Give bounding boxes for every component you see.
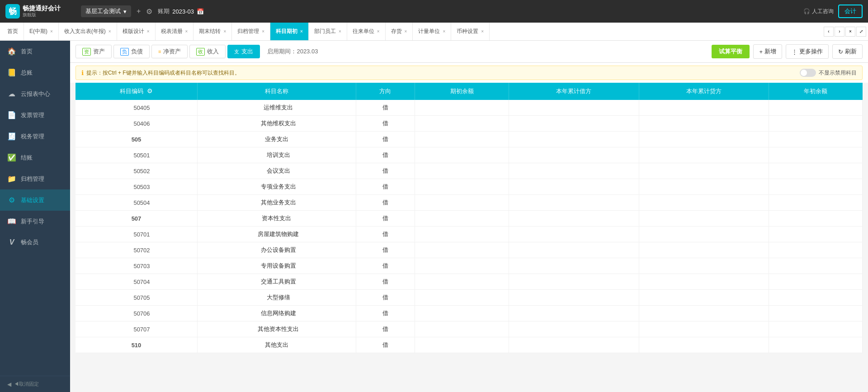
table-row[interactable]: 50704 交通工具购置 借 (75, 274, 863, 290)
col-ytd-credit: 本年累计贷方 (639, 83, 769, 100)
tab-expand-button[interactable]: ⤢ (856, 27, 866, 37)
table-row[interactable]: 50705 大型修缮 借 (75, 290, 863, 306)
tab-template[interactable]: 模版设计 × (117, 23, 156, 41)
settings-icon[interactable]: ⚙ (146, 7, 152, 16)
tab-close-icon[interactable]: × (223, 29, 226, 34)
table-row[interactable]: 50703 专用设备购置 借 (75, 258, 863, 274)
sub-tab-income[interactable]: 收 收入 (189, 45, 226, 58)
refresh-button[interactable]: ↻ 刷新 (832, 44, 863, 59)
cell-ytd-credit (639, 195, 769, 211)
sidebar-item-reports[interactable]: ☁ 云报表中心 (0, 83, 70, 104)
company-name: 基层工会测试 (85, 7, 121, 15)
cell-ytd-debit (509, 147, 639, 163)
sidebar-collapse[interactable]: ◀ ◀取消固定 (0, 376, 70, 392)
tab-close-icon[interactable]: × (481, 29, 484, 34)
cell-name: 房屋建筑物购建 (197, 227, 356, 242)
table-row[interactable]: 510 其他支出 借 (75, 337, 863, 353)
tab-close-icon[interactable]: × (50, 29, 53, 34)
add-icon[interactable]: + (137, 7, 141, 15)
dropdown-icon: ▾ (123, 8, 127, 15)
collapse-label: ◀取消固定 (14, 381, 39, 387)
tab-inventory[interactable]: 存货 × (386, 23, 413, 41)
tab-clients[interactable]: 往来单位 × (347, 23, 386, 41)
sidebar-item-invoice[interactable]: 📄 发票管理 (0, 104, 70, 126)
cell-opening (415, 132, 509, 147)
cell-year-opening (769, 321, 862, 337)
settings-icon: ⚙ (7, 196, 16, 204)
tab-midterm[interactable]: E(中期) × (24, 23, 59, 41)
collapse-icon: ◀ (7, 381, 11, 387)
tab-close-icon[interactable]: × (339, 29, 341, 34)
sidebar-item-home[interactable]: 🏠 首页 (0, 41, 70, 62)
sidebar-item-archive[interactable]: 📁 归档管理 (0, 168, 70, 189)
sidebar-item-ledger[interactable]: 📒 总账 (0, 62, 70, 83)
tab-currency[interactable]: 币种设置 × (451, 23, 490, 41)
add-icon: + (759, 48, 763, 55)
cell-year-opening (769, 195, 862, 211)
table-row[interactable]: 50706 信息网络购建 借 (75, 306, 863, 321)
cell-code: 50706 (75, 306, 197, 321)
cell-year-opening (769, 290, 862, 306)
disable-toggle[interactable] (800, 69, 816, 77)
table-row[interactable]: 50503 专项业务支出 借 (75, 179, 863, 195)
col-year-opening: 年初余额 (769, 83, 862, 100)
table-row[interactable]: 50406 其他维权支出 借 (75, 116, 863, 132)
calc-balance-button[interactable]: 试算平衡 (712, 45, 750, 58)
company-selector[interactable]: 基层工会测试 ▾ (81, 5, 131, 17)
tab-close-icon[interactable]: × (262, 29, 264, 34)
table-row[interactable]: 50405 运维维支出 借 (75, 100, 863, 116)
tab-close-icon[interactable]: × (185, 29, 188, 34)
sidebar-item-close[interactable]: ✅ 结账 (0, 147, 70, 168)
tab-archive[interactable]: 归档管理 × (232, 23, 270, 41)
tab-close-icon[interactable]: × (377, 29, 380, 34)
cell-code: 50705 (75, 290, 197, 306)
tab-next-button[interactable]: › (835, 27, 844, 37)
add-button[interactable]: + 新增 (753, 44, 782, 59)
cell-year-opening (769, 211, 862, 227)
tab-annual[interactable]: 收入支出表(年报) × (59, 23, 117, 41)
cell-direction: 借 (356, 274, 415, 290)
sub-tab-liabilities[interactable]: 负 负债 (113, 45, 150, 58)
sub-tab-expense[interactable]: 支 支出 (227, 45, 260, 58)
table-row[interactable]: 50702 办公设备购置 借 (75, 242, 863, 258)
cell-name: 其他业务支出 (197, 195, 356, 211)
col-settings-icon[interactable]: ⚙ (147, 87, 153, 94)
account-button[interactable]: 会计 (838, 5, 863, 18)
table-row[interactable]: 50502 会议支出 借 (75, 163, 863, 179)
table-row[interactable]: 50504 其他业务支出 借 (75, 195, 863, 211)
table-row[interactable]: 50707 其他资本性支出 借 (75, 321, 863, 337)
calendar-icon[interactable]: 📅 (197, 8, 204, 15)
tab-close-icon[interactable]: × (443, 29, 445, 34)
cell-ytd-credit (639, 290, 769, 306)
tab-unit[interactable]: 计量单位 × (413, 23, 451, 41)
col-code: 科目编码 ⚙ (75, 83, 197, 100)
archive-icon: 📁 (7, 175, 16, 183)
tab-prev-button[interactable]: ‹ (824, 27, 834, 37)
sub-tab-equity[interactable]: ≡ 净资产 (151, 45, 188, 58)
sidebar-item-guide[interactable]: 📖 新手引导 (0, 211, 70, 232)
tab-home[interactable]: 首页 (2, 23, 24, 41)
more-operations-button[interactable]: ⋮ 更多操作 (786, 44, 829, 59)
tab-period-end[interactable]: 期末结转 × (193, 23, 232, 41)
tab-tax[interactable]: 税表清册 × (156, 23, 194, 41)
sidebar-item-tax[interactable]: 🧾 税务管理 (0, 126, 70, 147)
table-row[interactable]: 50501 培训支出 借 (75, 147, 863, 163)
cell-ytd-debit (509, 132, 639, 147)
table-row[interactable]: 505 业务支出 借 (75, 132, 863, 147)
sidebar-item-member[interactable]: V 畅会员 (0, 232, 70, 253)
sub-tab-assets[interactable]: 资 资产 (75, 45, 112, 58)
table-row[interactable]: 50701 房屋建筑物购建 借 (75, 227, 863, 242)
tab-subject-init[interactable]: 科目期初 × (270, 23, 309, 41)
tab-close-icon[interactable]: × (405, 29, 407, 34)
tab-dept[interactable]: 部门员工 × (309, 23, 347, 41)
tab-close-all-button[interactable]: × (845, 27, 855, 37)
help-button[interactable]: 🎧 人工咨询 (803, 8, 834, 15)
tab-close-icon[interactable]: × (108, 29, 111, 34)
cell-direction: 借 (356, 195, 415, 211)
cell-ytd-debit (509, 337, 639, 353)
tab-close-icon[interactable]: × (300, 29, 303, 34)
table-row[interactable]: 507 资本性支出 借 (75, 211, 863, 227)
equity-icon: ≡ (158, 49, 161, 54)
sidebar-item-settings[interactable]: ⚙ 基础设置 (0, 189, 70, 211)
tab-close-icon[interactable]: × (147, 29, 150, 34)
